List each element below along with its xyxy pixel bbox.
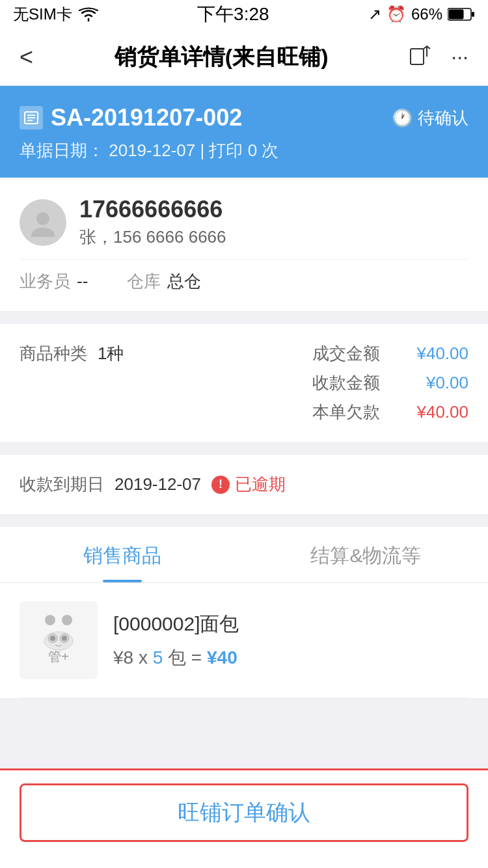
status-bar-time: 下午3:28: [197, 2, 269, 27]
balance-label: 本单欠款: [312, 401, 380, 424]
product-thumbnail: 管+: [20, 601, 98, 679]
bottom-bar: 旺铺订单确认: [0, 768, 488, 868]
due-date-label: 收款到期日: [20, 473, 104, 496]
tab-settlement[interactable]: 结算&物流等: [244, 527, 488, 582]
alarm-icon: ⏰: [386, 5, 406, 23]
confirm-button[interactable]: 旺铺订单确认: [20, 783, 468, 842]
overdue-icon: !: [211, 476, 230, 494]
svg-rect-2: [472, 12, 474, 17]
customer-phone: 17666666666: [79, 196, 226, 223]
svg-point-14: [62, 636, 67, 641]
battery-label: 66%: [411, 5, 442, 23]
back-button[interactable]: <: [20, 44, 33, 71]
tab-products[interactable]: 销售商品: [0, 527, 244, 582]
product-type: 商品种类 1种: [20, 342, 124, 365]
carrier-label: 无SIM卡: [13, 4, 72, 25]
salesperson-value: --: [77, 271, 88, 292]
page-title: 销货单详情(来自旺铺): [115, 42, 329, 72]
svg-point-9: [36, 212, 49, 225]
customer-section: 17666666666 张，156 6666 6666 业务员 -- 仓库 总仓: [0, 178, 488, 311]
due-date-value: 2019-12-07: [115, 474, 201, 495]
product-qty: 5: [153, 647, 163, 668]
order-header: SA-20191207-002 🕐 待确认 单据日期： 2019-12-07 |…: [0, 86, 488, 178]
svg-point-10: [44, 632, 73, 650]
amount-value: ¥40.00: [390, 344, 468, 364]
wifi-icon: [79, 7, 98, 21]
order-id: SA-20191207-002: [20, 104, 242, 131]
nav-actions: ···: [409, 44, 468, 71]
salesperson-label: 业务员: [20, 270, 70, 293]
warehouse-label: 仓库: [127, 270, 161, 293]
svg-rect-1: [449, 10, 464, 20]
status-bar-right: ↗ ⏰ 66%: [368, 5, 475, 23]
product-list: 管+ [0000002]面包 ¥8 x 5 包 = ¥40: [0, 583, 488, 698]
due-date-section: 收款到期日 2019-12-07 ! 已逾期: [0, 455, 488, 514]
amounts: 成交金额 ¥40.00 收款金额 ¥0.00 本单欠款 ¥40.00: [312, 342, 468, 424]
customer-meta: 业务员 -- 仓库 总仓: [20, 259, 468, 293]
product-name: [0000002]面包: [113, 611, 468, 638]
product-item: 管+ [0000002]面包 ¥8 x 5 包 = ¥40: [20, 583, 468, 698]
nav-bar: < 销货单详情(来自旺铺) ···: [0, 29, 488, 86]
product-info: [0000002]面包 ¥8 x 5 包 = ¥40: [113, 611, 468, 670]
amount-label: 成交金额: [312, 342, 380, 365]
order-date: 单据日期： 2019-12-07 | 打印 0 次: [20, 139, 468, 162]
share-icon[interactable]: [409, 44, 431, 71]
more-icon[interactable]: ···: [451, 45, 468, 69]
product-total: ¥40: [207, 647, 237, 668]
customer-name: 张，156 6666 6666: [79, 226, 226, 249]
overdue-text: 已逾期: [235, 473, 286, 496]
summary-section: 商品种类 1种 成交金额 ¥40.00 收款金额 ¥0.00 本单欠款 ¥40.…: [0, 324, 488, 442]
received-value: ¥0.00: [390, 373, 468, 393]
overdue-badge: ! 已逾期: [211, 473, 286, 496]
svg-rect-3: [411, 49, 424, 64]
status-bar: 无SIM卡 下午3:28 ↗ ⏰ 66%: [0, 0, 488, 29]
tab-bar: 销售商品 结算&物流等: [0, 527, 488, 583]
order-icon: [20, 106, 43, 129]
received-label: 收款金额: [312, 372, 380, 394]
balance-value: ¥40.00: [390, 402, 468, 422]
customer-avatar: [20, 199, 66, 246]
product-type-value: 1种: [98, 342, 124, 365]
location-icon: ↗: [368, 5, 381, 23]
product-price-line: ¥8 x 5 包 = ¥40: [113, 645, 468, 670]
product-price: ¥8: [113, 647, 133, 668]
status-bar-left: 无SIM卡: [13, 4, 98, 25]
order-status: 🕐 待确认: [392, 107, 468, 129]
battery-icon: [448, 7, 475, 21]
svg-point-13: [50, 636, 55, 641]
clock-icon: 🕐: [392, 108, 413, 128]
warehouse-value: 总仓: [167, 270, 201, 293]
product-type-label: 商品种类: [20, 342, 87, 365]
